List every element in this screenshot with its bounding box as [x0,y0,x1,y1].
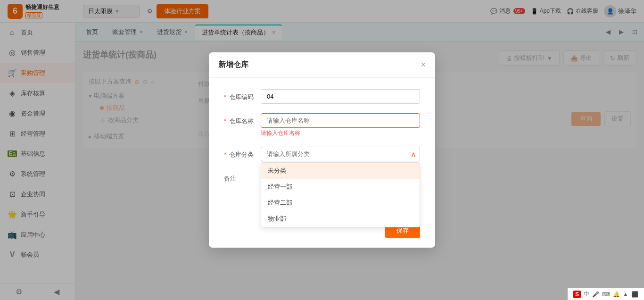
warehouse-code-input[interactable] [261,89,420,104]
mic-icon[interactable]: 🎤 [592,291,599,298]
modal-category-label: * 仓库分类 [224,147,257,159]
dropdown-item-op1[interactable]: 经营一部 [261,179,420,195]
modal-notes-label: 备注 [224,171,257,183]
keyboard-icon[interactable]: ⌨ [602,291,610,298]
modal-body: * 仓库编码 * 仓库名称 [209,78,435,217]
modal-category-input-wrap: ∧ 未分类 经营一部 经营二部 物业部 [261,147,420,161]
square-icon[interactable]: ⬛ [631,291,638,298]
s-logo: S [573,291,581,298]
modal-header: 新增仓库 × [209,52,435,78]
modal-code-input-wrap [261,89,420,104]
category-dropdown: 未分类 经营一部 经营二部 物业部 [261,162,420,227]
modal-name-row: * 仓库名称 请输入仓库名称 [224,113,420,137]
modal-overlay: 新增仓库 × * 仓库编码 [75,23,644,300]
modal-code-row: * 仓库编码 [224,89,420,104]
main-layout: ⌂ 首页 ◎ 销售管理 🛒 采购管理 ◈ 库存核算 ◉ 资金管理 ⊞ 经营管理 … [0,23,644,300]
new-warehouse-modal: 新增仓库 × * 仓库编码 [209,52,435,248]
modal-name-input-wrap: 请输入仓库名称 [261,113,420,137]
warehouse-category-input[interactable] [261,147,420,161]
modal-close-btn[interactable]: × [421,60,426,70]
status-bar: S 中 🎤 ⌨ 🔔 ▲ ⬛ [568,288,644,300]
content-area: 首页 账套管理 × 进货退货 × 进货单统计表（按商品） × ◀ ▶ ⊡ [75,23,644,300]
modal-code-label: * 仓库编码 [224,89,257,101]
warehouse-name-input[interactable] [261,113,420,128]
caret-icon[interactable]: ▲ [623,291,628,298]
lang-indicator: 中 [584,290,589,298]
modal-name-label: * 仓库名称 [224,113,257,125]
name-error-msg: 请输入仓库名称 [261,129,420,137]
dropdown-item-property[interactable]: 物业部 [261,211,420,227]
modal-title: 新增仓库 [218,60,248,70]
select-up-icon[interactable]: ∧ [411,150,416,158]
bell-icon[interactable]: 🔔 [613,291,620,298]
dropdown-item-op2[interactable]: 经营二部 [261,195,420,211]
modal-category-row: * 仓库分类 ∧ 未分类 经营一部 经营二部 物业部 [224,147,420,161]
dropdown-item-uncategorized[interactable]: 未分类 [261,163,420,179]
